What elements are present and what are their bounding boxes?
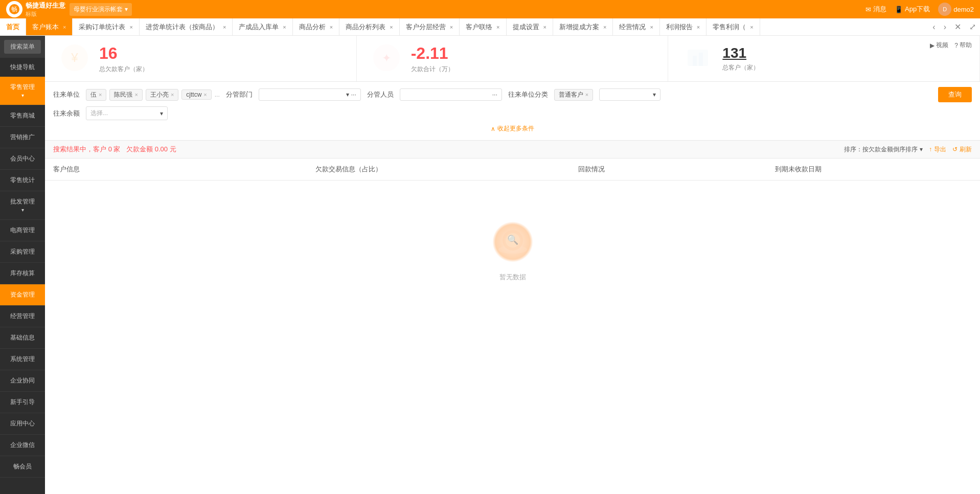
sidebar-item-system[interactable]: 系统管理: [0, 349, 45, 370]
sidebar-item-basic-info[interactable]: 基础信息: [0, 327, 45, 349]
clear-dept-icon[interactable]: ···: [351, 91, 356, 98]
help-btn[interactable]: ? 帮助: [954, 41, 972, 50]
tab-customer-contact[interactable]: 客户联络 ×: [460, 18, 506, 36]
close-retail-profit-tab[interactable]: ×: [750, 24, 753, 30]
empty-state: 🔍 暂无数据: [45, 181, 980, 323]
close-customer-tier-tab[interactable]: ×: [450, 24, 453, 30]
scroll-right-icon[interactable]: ›: [940, 23, 950, 32]
stat-total-debt: ✦ -2.11 欠款合计（万）: [357, 36, 669, 81]
sidebar-item-purchase[interactable]: 采购管理: [0, 241, 45, 263]
tab-goods-analysis[interactable]: 商品分析 ×: [293, 18, 339, 36]
col-debt-info: 欠款交易信息（占比）: [315, 165, 578, 174]
remove-unit-cjttcw[interactable]: ×: [203, 92, 207, 98]
category-filter-tags: 普通客户 ×: [554, 89, 593, 101]
sort-label: 排序：按欠款金额倒序排序: [844, 145, 918, 154]
tab-operations[interactable]: 经营情况 ×: [613, 18, 659, 36]
tab-product-storage[interactable]: 产成品入库单 ×: [233, 18, 292, 36]
sidebar-item-app-center[interactable]: 应用中心: [0, 413, 45, 435]
close-goods-analysis-tab[interactable]: ×: [330, 24, 333, 30]
balance-select[interactable]: 选择... ▾: [86, 106, 168, 120]
sort-select[interactable]: 排序：按欠款金额倒序排序 ▾: [844, 145, 923, 154]
goods-analysis-list-tab-label: 商品分析列表: [346, 23, 385, 32]
chevron-down-icon: ▾: [346, 91, 349, 98]
sidebar-item-marketing[interactable]: 营销推广: [0, 127, 45, 148]
tab-retail-profit[interactable]: 零售利润（ ×: [706, 18, 760, 36]
export-icon: ↑: [929, 146, 932, 153]
close-goods-analysis-list-tab[interactable]: ×: [390, 24, 393, 30]
app-download-btn[interactable]: 📱 App下载: [895, 5, 930, 14]
message-btn[interactable]: ✉ 消息: [865, 5, 886, 14]
maximize-icon[interactable]: ⤢: [965, 22, 980, 32]
tab-home[interactable]: 首页: [0, 18, 26, 36]
close-new-tips-tab[interactable]: ×: [603, 24, 606, 30]
close-customer-contact-tab[interactable]: ×: [496, 24, 499, 30]
refresh-button[interactable]: ↺ 刷新: [952, 145, 972, 154]
close-accounts-tab[interactable]: ×: [63, 24, 66, 30]
sidebar-item-wholesale[interactable]: 批发管理 ▾: [0, 191, 45, 220]
message-icon: ✉: [865, 6, 871, 13]
tab-profit-report[interactable]: 利润报告 ×: [660, 18, 706, 36]
close-purchase-stats-tab[interactable]: ×: [223, 24, 226, 30]
remove-category-normal[interactable]: ×: [585, 92, 588, 98]
help-icon: ?: [954, 42, 958, 49]
filter-row-1: 往来单位 伍 × 陈民强 × 王小亮 × cjttcw: [53, 87, 972, 102]
sidebar-item-retail[interactable]: 零售管理 ▾: [0, 77, 45, 105]
close-purchase-orders-tab[interactable]: ×: [129, 24, 132, 30]
person-select[interactable]: ···: [400, 88, 502, 101]
sidebar-item-enterprise-coop[interactable]: 企业协同: [0, 370, 45, 392]
sidebar-item-vip-member[interactable]: 畅会员: [0, 456, 45, 478]
home-tab-label: 首页: [6, 23, 19, 32]
close-all-icon[interactable]: ✕: [950, 22, 965, 32]
person-filter-label: 分管人员: [367, 90, 394, 99]
user-menu[interactable]: D demo2: [938, 3, 974, 16]
chevron-down-icon: ▾: [653, 91, 656, 98]
tab-purchase-stats[interactable]: 进货单统计表（按商品） ×: [140, 18, 233, 36]
profit-report-tab-label: 利润报告: [666, 23, 693, 32]
quick-nav-btn[interactable]: 快捷导航: [0, 58, 45, 77]
clear-person-icon[interactable]: ···: [492, 91, 497, 98]
purchase-orders-tab-label: 采购订单统计表: [79, 23, 125, 32]
sidebar-item-inventory[interactable]: 库存核算: [0, 263, 45, 284]
close-profit-report-tab[interactable]: ×: [697, 24, 700, 30]
sidebar-item-ecommerce[interactable]: 电商管理: [0, 220, 45, 241]
sidebar-item-member[interactable]: 会员中心: [0, 148, 45, 170]
sidebar-item-retail-mall[interactable]: 零售商城: [0, 105, 45, 127]
video-btn[interactable]: ▶ 视频: [930, 41, 948, 50]
query-button[interactable]: 查询: [938, 87, 972, 102]
remove-unit-wang[interactable]: ×: [171, 92, 174, 98]
tab-customer-tier[interactable]: 客户分层经营 ×: [400, 18, 460, 36]
tab-purchase-orders[interactable]: 采购订单统计表 ×: [73, 18, 139, 36]
account-dropdown[interactable]: 母婴行业演示帐套 ▾: [70, 3, 132, 16]
retail-label: 零售管理: [2, 83, 43, 92]
close-product-storage-tab[interactable]: ×: [283, 24, 286, 30]
sidebar-item-new-guide[interactable]: 新手引导: [0, 392, 45, 413]
category-dropdown[interactable]: ▾: [599, 88, 660, 101]
unit-tag-wang: 王小亮 ×: [146, 89, 178, 101]
sidebar-item-retail-stats[interactable]: 零售统计: [0, 170, 45, 191]
dept-select[interactable]: ▾ ···: [259, 88, 361, 101]
close-operations-tab[interactable]: ×: [650, 24, 653, 30]
tab-goods-analysis-list[interactable]: 商品分析列表 ×: [339, 18, 399, 36]
remove-unit-chen[interactable]: ×: [134, 92, 138, 98]
collapse-button[interactable]: ∧ 收起更多条件: [491, 124, 534, 133]
sidebar-item-capital[interactable]: 资金管理: [0, 284, 45, 306]
category-tag-normal: 普通客户 ×: [554, 89, 593, 101]
tab-new-tips[interactable]: 新增提成方案 ×: [553, 18, 613, 36]
sidebar-item-operations-mgmt[interactable]: 经营管理: [0, 306, 45, 327]
logo-icon: 畅: [6, 1, 22, 17]
customer-stat-icon: ¥: [60, 43, 91, 74]
logo-text: 畅捷通好生意 标版: [26, 1, 65, 18]
more-unit-tags[interactable]: ...: [215, 91, 220, 98]
debt-stat-icon: ✦: [372, 43, 403, 74]
export-button[interactable]: ↑ 导出: [929, 145, 946, 154]
scroll-left-icon[interactable]: ‹: [928, 23, 939, 32]
close-tips-settings-tab[interactable]: ×: [543, 24, 546, 30]
sidebar-item-enterprise-wechat[interactable]: 企业微信: [0, 435, 45, 456]
tab-accounts[interactable]: 客户账本 ×: [26, 18, 73, 36]
svg-rect-6: [688, 50, 708, 66]
total-customers-label: 总欠款客户（家）: [99, 65, 148, 74]
search-menu-button[interactable]: 搜索菜单: [4, 40, 41, 54]
chevron-down-icon: ▾: [21, 93, 24, 98]
remove-unit-wu[interactable]: ×: [99, 92, 102, 98]
tab-tips-settings[interactable]: 提成设置 ×: [507, 18, 553, 36]
